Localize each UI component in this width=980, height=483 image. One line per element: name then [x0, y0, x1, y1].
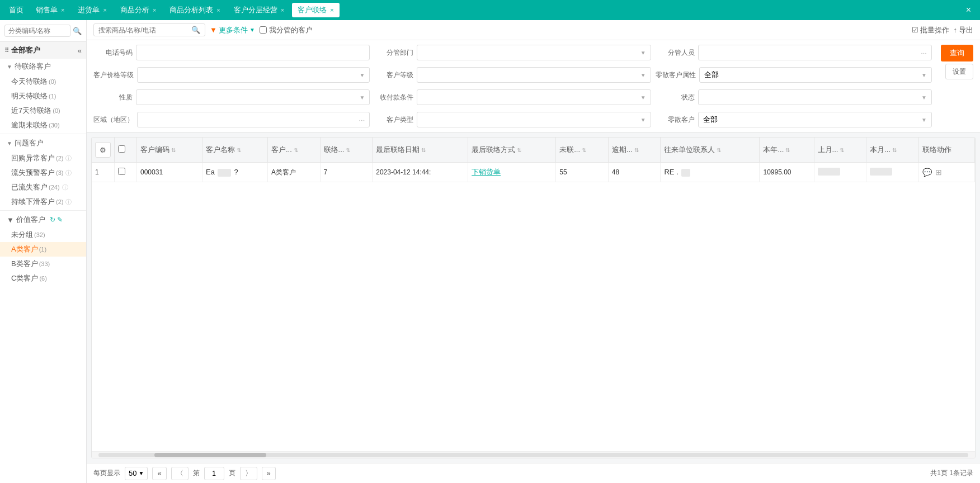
sidebar-item-declining[interactable]: 持续下滑客户 (2) ⓘ — [0, 195, 86, 209]
main-search-input[interactable] — [98, 26, 191, 34]
filter-bar: 🔍 ▼ 更多条件 ▼ 我分管的客户 ☑ 批量操作 ↑ 导出 — [87, 20, 980, 40]
th-code[interactable]: 客户编码 ⇅ — [137, 138, 202, 163]
select-all-checkbox[interactable] — [118, 145, 125, 153]
settings-button[interactable]: 设置 — [945, 64, 973, 79]
sidebar: 🔍 ⠿ 全部客户 « ▼ 待联络客户 今天待联络 (0) 明天待联络 (1) 近… — [0, 20, 87, 483]
nav-tab-goods-analysis-list[interactable]: 商品分析列表 × — [164, 3, 225, 17]
filter-status-select[interactable]: ▼ — [698, 89, 932, 105]
last-contact-method-link[interactable]: 下销货单 — [472, 168, 501, 176]
all-customers-header[interactable]: ⠿ 全部客户 « — [0, 42, 86, 59]
filter-phone-input[interactable] — [136, 45, 370, 60]
horizontal-scrollbar[interactable] — [92, 451, 975, 458]
first-page-btn[interactable]: « — [152, 467, 166, 480]
filter-cust-type-select[interactable]: ▼ — [417, 112, 651, 127]
filter-status-field: 状态 ▼ — [656, 89, 932, 105]
query-button[interactable]: 查询 — [941, 45, 973, 61]
cust-type-arrow-icon: ▼ — [640, 117, 646, 123]
value-refresh-icon[interactable]: ↻ — [50, 216, 55, 224]
filter-retail-customer-select[interactable]: 全部 ▼ — [698, 112, 932, 127]
close-purchase-tab-icon[interactable]: × — [103, 7, 106, 13]
table-gear-icon[interactable]: ⚙ — [95, 142, 111, 158]
sidebar-item-today-pending[interactable]: 今天待联络 (0) — [0, 74, 86, 89]
sidebar-item-churned[interactable]: 已流失客户 (24) ⓘ — [0, 180, 86, 195]
thisyear-sort-icon: ⇅ — [785, 147, 790, 153]
row-action-buttons: 💬 ⊞ — [922, 168, 971, 177]
th-unit-contact[interactable]: 往来单位联系人 ⇅ — [661, 138, 760, 163]
last-page-btn[interactable]: » — [262, 467, 276, 480]
th-gear[interactable]: ⚙ — [92, 138, 115, 163]
sidebar-item-abnormal-repurchase[interactable]: 回购异常客户 (2) ⓘ — [0, 151, 86, 165]
sidebar-item-overdue[interactable]: 逾期未联络 (30) — [0, 118, 86, 132]
sidebar-item-class-c[interactable]: C类客户 (6) — [0, 271, 86, 286]
category-search-icon[interactable]: 🔍 — [73, 27, 82, 35]
filter-region-select[interactable]: ··· — [137, 112, 370, 127]
th-last-contact-method[interactable]: 最后联络方式 ⇅ — [468, 138, 556, 163]
problem-group-header[interactable]: ▼ 问题客户 — [0, 135, 86, 151]
close-goods-list-tab-icon[interactable]: × — [216, 7, 220, 13]
pending-group-header[interactable]: ▼ 待联络客户 — [0, 59, 86, 74]
th-cust-type[interactable]: 客户... ⇅ — [267, 138, 320, 163]
nav-home[interactable]: 首页 — [4, 3, 28, 17]
td-last-contact-method[interactable]: 下销货单 — [468, 163, 556, 182]
nav-tab-sales[interactable]: 销售单 × — [30, 3, 70, 17]
sidebar-item-class-b[interactable]: B类客户 (33) — [0, 257, 86, 271]
main-search-icon[interactable]: 🔍 — [191, 26, 200, 34]
sidebar-item-tomorrow-pending[interactable]: 明天待联络 (1) — [0, 89, 86, 103]
close-all-icon[interactable]: × — [962, 5, 976, 15]
sidebar-item-churn-warning[interactable]: 流失预警客户 (3) ⓘ — [0, 165, 86, 180]
row-chat-icon[interactable]: 💬 — [922, 168, 932, 177]
more-filters-btn[interactable]: ▼ 更多条件 ▼ — [210, 25, 255, 35]
table-scroll[interactable]: ⚙ 客户编码 ⇅ — [92, 138, 975, 451]
region-more-icon: ··· — [359, 116, 365, 124]
th-checkbox[interactable] — [115, 138, 137, 163]
next-page-btn[interactable]: 〉 — [240, 467, 257, 480]
th-last-contact-date[interactable]: 最后联络日期 ⇅ — [373, 138, 468, 163]
th-last-month[interactable]: 上月... ⇅ — [814, 138, 866, 163]
close-goods-analysis-tab-icon[interactable]: × — [153, 7, 156, 13]
nav-tab-customer-contact[interactable]: 客户联络 × — [292, 3, 339, 17]
close-customer-contact-tab-icon[interactable]: × — [330, 7, 333, 13]
th-this-year[interactable]: 本年... ⇅ — [760, 138, 814, 163]
value-edit-icon[interactable]: ✎ — [57, 216, 63, 224]
sidebar-item-class-a[interactable]: A类客户 (1) — [0, 242, 86, 257]
batch-op-btn[interactable]: ☑ 批量操作 — [912, 25, 949, 35]
filter-price-level-select[interactable]: ▼ — [137, 67, 370, 83]
export-btn[interactable]: ↑ 导出 — [954, 25, 974, 35]
total-label: 共1页 1条记录 — [930, 468, 973, 478]
filter-person-select[interactable]: ··· — [698, 45, 932, 60]
th-contact-person[interactable]: 联络... ⇅ — [320, 138, 373, 163]
filter-retail-attr-select[interactable]: 全部 ▼ — [699, 67, 932, 83]
th-name[interactable]: 客户名称 ⇅ — [202, 138, 267, 163]
sidebar-item-7day-pending[interactable]: 近7天待联络 (0) — [0, 103, 86, 118]
nav-tab-purchase[interactable]: 进货单 × — [72, 3, 112, 17]
retail-attr-arrow-icon: ▼ — [921, 72, 927, 78]
sidebar-item-ungrouped[interactable]: 未分组 (32) — [0, 228, 86, 242]
filter-cust-level-select[interactable]: ▼ — [417, 67, 651, 83]
td-contact-person: 7 — [320, 163, 373, 182]
nav-tab-goods-analysis[interactable]: 商品分析 × — [115, 3, 162, 17]
filter-nature-select[interactable]: ▼ — [136, 89, 370, 105]
th-overdue[interactable]: 逾期... ⇅ — [608, 138, 661, 163]
close-sales-tab-icon[interactable]: × — [61, 7, 64, 13]
th-not-contact[interactable]: 未联... ⇅ — [556, 138, 609, 163]
filter-payment-select[interactable]: ▼ — [417, 89, 651, 105]
page-size-select[interactable]: 50 ▼ — [125, 467, 148, 480]
filter-cust-level-label: 客户等级 — [374, 70, 413, 80]
close-customer-tier-tab-icon[interactable]: × — [281, 7, 284, 13]
nav-tab-customer-tier[interactable]: 客户分层经营 × — [228, 3, 290, 17]
page-number-input[interactable] — [204, 467, 224, 480]
collapse-icon[interactable]: « — [78, 46, 82, 55]
filter-payment-field: 收付款条件 ▼ — [374, 89, 651, 105]
row-qr-icon[interactable]: ⊞ — [935, 168, 942, 177]
row-checkbox[interactable] — [118, 168, 125, 175]
scrollbar-thumb[interactable] — [154, 453, 266, 457]
filter-dept-select[interactable]: ▼ — [417, 45, 651, 60]
filter-region-label: 区域（地区） — [93, 115, 134, 125]
th-this-month[interactable]: 本月... ⇅ — [866, 138, 919, 163]
thismonth-sort-icon: ⇅ — [892, 147, 897, 153]
td-checkbox[interactable] — [115, 163, 137, 182]
category-search-input[interactable] — [4, 25, 70, 37]
prev-page-btn[interactable]: 〈 — [171, 467, 189, 480]
first-page-icon: « — [157, 469, 161, 477]
my-customers-checkbox[interactable] — [260, 26, 267, 34]
